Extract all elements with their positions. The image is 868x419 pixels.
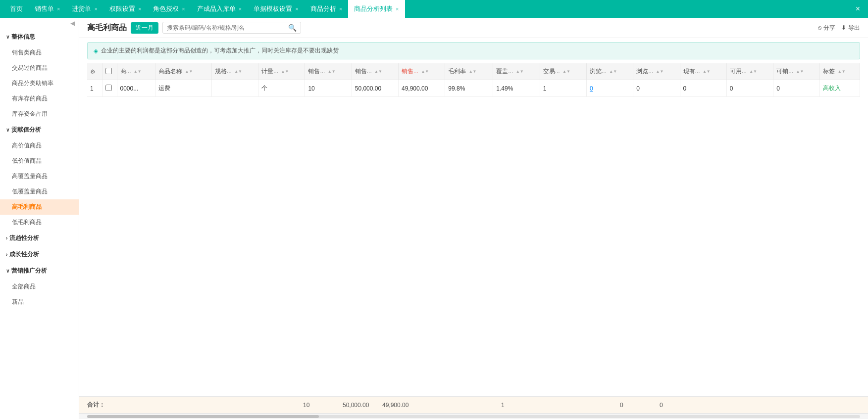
- col-checkbox[interactable]: [102, 63, 117, 80]
- sidebar-group-growth[interactable]: › 成长性分析: [0, 246, 79, 263]
- sidebar-group-trend[interactable]: › 流趋性分析: [0, 230, 79, 246]
- close-analysis-list-tab[interactable]: ×: [396, 6, 399, 12]
- scroll-thumb[interactable]: [87, 415, 319, 418]
- sidebar-item-high-coverage[interactable]: 高覆盖量商品: [0, 169, 79, 184]
- sort-icon-13: ▲▼: [703, 69, 711, 74]
- col-available[interactable]: 可用... ▲▼: [726, 63, 773, 80]
- search-icon[interactable]: 🔍: [288, 24, 297, 32]
- nav-permissions[interactable]: 权限设置 ×: [103, 0, 147, 18]
- page-title: 高毛利商品: [87, 23, 127, 33]
- close-product-inbound-tab[interactable]: ×: [239, 6, 242, 12]
- cell-checkbox[interactable]: [102, 80, 117, 97]
- close-roles-tab[interactable]: ×: [182, 6, 185, 12]
- sidebar-group-contribution[interactable]: ∨ 贡献值分析: [0, 122, 79, 138]
- top-navigation: 首页 销售单 × 进货单 × 权限设置 × 角色授权 × 产成品入库单 × 单据…: [0, 0, 868, 18]
- tip-text: 企业的主要的利润都是这部分商品创造的，可考虑加大推广，同时关注库存是不要出现缺货: [101, 47, 339, 55]
- arrow-down-icon-2: ∨: [6, 127, 9, 133]
- sidebar-item-traded-products[interactable]: 交易过的商品: [0, 60, 79, 76]
- sidebar-item-low-coverage[interactable]: 低覆盖量商品: [0, 184, 79, 199]
- sidebar-collapse-button[interactable]: ◀: [0, 18, 79, 29]
- horizontal-scrollbar[interactable]: [79, 413, 868, 419]
- nav-sales[interactable]: 销售单 ×: [29, 0, 66, 18]
- cell-code: 0000...: [117, 80, 155, 97]
- sort-icon-15: ▲▼: [796, 69, 804, 74]
- col-gross-margin[interactable]: 毛利率 ▲▼: [445, 63, 493, 80]
- sidebar-item-new-products[interactable]: 新品: [0, 294, 79, 310]
- close-sales-tab[interactable]: ×: [57, 6, 60, 12]
- close-purchase-tab[interactable]: ×: [94, 6, 97, 12]
- sidebar-item-high-margin[interactable]: 高毛利商品: [0, 199, 79, 215]
- main-layout: ◀ ∨ 整体信息 销售类商品 交易过的商品 商品分类助销率 有库存的商品 库存资…: [0, 18, 868, 419]
- col-trade[interactable]: 交易... ▲▼: [540, 63, 586, 80]
- cell-coverage: 1.49%: [493, 80, 540, 97]
- sort-icon-5: ▲▼: [328, 69, 336, 74]
- scroll-track[interactable]: [87, 415, 860, 418]
- header-actions: ⎋ 分享 ⬇ 导出: [818, 24, 860, 32]
- sidebar-item-category-sales-rate[interactable]: 商品分类助销率: [0, 76, 79, 91]
- footer-available: 0: [657, 402, 696, 409]
- footer-sales-profit: 49,900.00: [379, 402, 419, 409]
- sidebar-item-low-margin[interactable]: 低毛利商品: [0, 215, 79, 230]
- select-all-checkbox[interactable]: [105, 68, 112, 74]
- nav-product-inbound[interactable]: 产成品入库单 ×: [191, 0, 248, 18]
- nav-home[interactable]: 首页: [4, 0, 29, 18]
- sort-icon-16: ▲▼: [838, 69, 846, 74]
- footer-sales-amount: 50,000.00: [340, 402, 379, 409]
- cell-unit: 个: [258, 80, 305, 97]
- close-permissions-tab[interactable]: ×: [138, 6, 141, 12]
- sidebar-item-low-value[interactable]: 低价值商品: [0, 153, 79, 169]
- sidebar-item-all-products[interactable]: 全部商品: [0, 279, 79, 294]
- sidebar-item-sales-products[interactable]: 销售类商品: [0, 45, 79, 60]
- col-saleable[interactable]: 可销... ▲▼: [773, 63, 820, 80]
- col-settings[interactable]: ⚙: [87, 63, 102, 80]
- footer-current-stock: 0: [617, 402, 657, 409]
- sort-icon-8: ▲▼: [469, 69, 477, 74]
- close-analysis-tab[interactable]: ×: [339, 6, 342, 12]
- col-browse2[interactable]: 浏览... ▲▼: [633, 63, 680, 80]
- time-filter-button[interactable]: 近一月: [131, 22, 158, 34]
- sidebar-group-marketing[interactable]: ∨ 营销推广分析: [0, 263, 79, 279]
- col-current-stock[interactable]: 现有... ▲▼: [680, 63, 726, 80]
- cell-available: 0: [726, 80, 773, 97]
- share-button[interactable]: ⎋ 分享: [818, 24, 835, 32]
- col-name[interactable]: 商品名称 ▲▼: [155, 63, 212, 80]
- col-sales-amount[interactable]: 销售... ▲▼: [352, 63, 398, 80]
- export-button[interactable]: ⬇ 导出: [841, 24, 860, 32]
- share-icon: ⎋: [818, 24, 821, 31]
- cell-trade: 1: [540, 80, 586, 97]
- footer-trade: 1: [498, 402, 538, 409]
- cell-sales-profit: 49,900.00: [399, 80, 445, 97]
- nav-product-analysis-list[interactable]: 商品分析列表 ×: [348, 0, 405, 18]
- col-code[interactable]: 商... ▲▼: [117, 63, 155, 80]
- col-tag[interactable]: 标签 ▲▼: [820, 63, 860, 80]
- col-unit[interactable]: 计量... ▲▼: [258, 63, 305, 80]
- cell-browse1[interactable]: 0: [586, 80, 633, 97]
- sidebar-item-high-value[interactable]: 高价值商品: [0, 138, 79, 153]
- sidebar-group-overall[interactable]: ∨ 整体信息: [0, 29, 79, 45]
- window-close-icon[interactable]: ×: [852, 4, 864, 13]
- browse1-link[interactable]: 0: [590, 85, 593, 92]
- cell-spec: [211, 80, 258, 97]
- nav-template-settings[interactable]: 单据模板设置 ×: [248, 0, 304, 18]
- nav-roles[interactable]: 角色授权 ×: [147, 0, 191, 18]
- search-input[interactable]: [167, 24, 288, 31]
- content-area: 高毛利商品 近一月 🔍 ⎋ 分享 ⬇ 导出 ◈ 企业的主要的利润都是这部分商品创…: [79, 18, 868, 419]
- col-browse1[interactable]: 浏览... ▲▼: [586, 63, 633, 80]
- footer-label: 合计：: [87, 401, 117, 409]
- table-container[interactable]: ⚙ 商... ▲▼ 商品名称 ▲▼: [79, 63, 868, 396]
- table-header-row: ⚙ 商... ▲▼ 商品名称 ▲▼: [87, 63, 860, 80]
- tip-bar: ◈ 企业的主要的利润都是这部分商品创造的，可考虑加大推广，同时关注库存是不要出现…: [87, 42, 860, 59]
- sidebar-item-stock-capital[interactable]: 库存资金占用: [0, 106, 79, 122]
- close-template-tab[interactable]: ×: [295, 6, 298, 12]
- sort-icon-4: ▲▼: [281, 69, 289, 74]
- sidebar-item-in-stock[interactable]: 有库存的商品: [0, 91, 79, 106]
- row-checkbox[interactable]: [105, 85, 112, 91]
- col-sales-qty[interactable]: 销售... ▲▼: [305, 63, 352, 80]
- col-sales-profit[interactable]: 销售... ▲▼: [399, 63, 445, 80]
- nav-product-analysis[interactable]: 商品分析 ×: [305, 0, 348, 18]
- col-spec[interactable]: 规格... ▲▼: [211, 63, 258, 80]
- sort-icon-7: ▲▼: [421, 69, 429, 74]
- nav-purchase[interactable]: 进货单 ×: [66, 0, 103, 18]
- tip-icon: ◈: [94, 47, 98, 54]
- col-coverage[interactable]: 覆盖... ▲▼: [493, 63, 540, 80]
